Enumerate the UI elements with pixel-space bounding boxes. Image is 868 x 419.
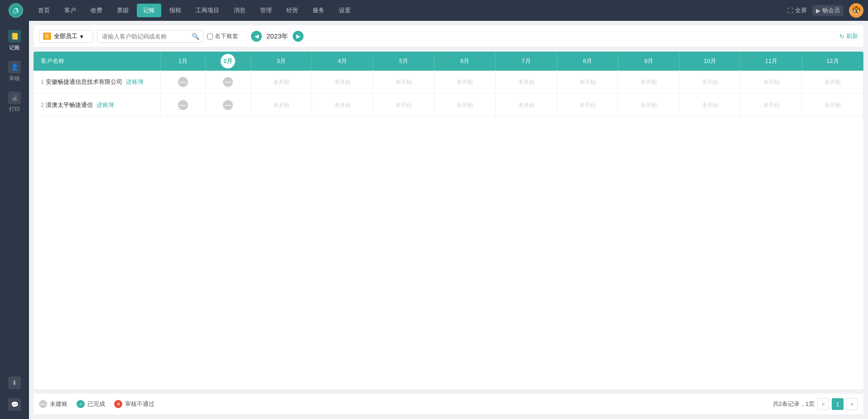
accounting-icon: 📒	[8, 30, 21, 43]
month-cell-12: 未开始	[802, 94, 863, 117]
col-header-mar: 3月	[251, 52, 312, 71]
active-month-circle: 2月	[221, 54, 235, 68]
status-not-started: 未开始	[579, 102, 596, 108]
table-row: 1安徽畅捷通信息技术有限公司进账簿——未开始未开始未开始未开始未开始未开始未开始…	[34, 71, 863, 94]
row-name-cell: 1安徽畅捷通信息技术有限公司进账簿	[34, 71, 160, 94]
sidebar-bottom: ⬇ 💬	[8, 373, 21, 419]
month-cell-8: 未开始	[557, 94, 618, 117]
nav-home[interactable]: 首页	[32, 4, 56, 17]
month-cell-6: 未开始	[434, 71, 496, 94]
checkbox-text: 名下账套	[215, 32, 238, 40]
year-label: 2023年	[266, 32, 288, 41]
month-cell-10: 未开始	[680, 71, 741, 94]
next-year-button[interactable]: ▶	[293, 31, 304, 42]
nav-customer[interactable]: 客户	[58, 4, 82, 17]
sidebar-item-accounting[interactable]: 📒 记账	[0, 25, 29, 56]
nav-service[interactable]: 服务	[306, 4, 331, 17]
current-page: 1	[832, 398, 844, 410]
enter-ledger-link[interactable]: 进账簿	[126, 78, 144, 85]
status-dash-icon: —	[223, 77, 233, 87]
top-nav-right: ⛶ 全屏 ▶ 畅会员 🐯	[787, 3, 863, 18]
print-icon: 🖨	[8, 92, 21, 104]
vip-icon: ▶	[816, 7, 820, 14]
search-button[interactable]: 🔍	[188, 30, 203, 42]
status-dash-icon: —	[178, 100, 188, 110]
nav-settings[interactable]: 设置	[333, 4, 357, 17]
fullscreen-button[interactable]: ⛶ 全屏	[787, 6, 807, 14]
legend-completed-label: 已完成	[87, 400, 105, 408]
enter-ledger-link[interactable]: 进账簿	[96, 101, 114, 108]
vip-label: 畅会员	[822, 6, 840, 14]
nav-tax[interactable]: 报税	[163, 4, 188, 17]
month-cell-4: 未开始	[312, 71, 373, 94]
col-header-name: 客户名称	[34, 52, 160, 71]
vip-button[interactable]: ▶ 畅会员	[812, 5, 844, 16]
sidebar-item-review[interactable]: 👤 审核	[0, 56, 29, 87]
user-avatar[interactable]: 🐯	[849, 3, 863, 18]
employee-label: 全部员工	[54, 32, 77, 40]
nav-ticket[interactable]: 票据	[111, 4, 135, 17]
status-not-started: 未开始	[579, 79, 596, 85]
sidebar-item-print[interactable]: 🖨 打印	[0, 87, 29, 118]
data-table: 客户名称 1月 2月 3月 4月 5月 6月 7月	[34, 52, 863, 117]
nav-management[interactable]: 管理	[254, 4, 278, 17]
legend-green-dot: ✓	[77, 400, 85, 408]
status-not-started: 未开始	[825, 102, 841, 108]
row-name-cell: 2漠澳太平畅捷通信进账簿	[34, 94, 160, 117]
sidebar-label-accounting: 记账	[9, 44, 20, 52]
status-not-started: 未开始	[334, 102, 351, 108]
nav-fee[interactable]: 收费	[84, 4, 109, 17]
total-records: 共2条记录，1页	[773, 400, 815, 408]
status-not-started: 未开始	[273, 79, 289, 85]
month-cell-7: 未开始	[496, 94, 557, 117]
prev-year-button[interactable]: ◀	[251, 31, 262, 42]
content-area: 全 全部员工 ▾ 🔍 名下账套 ◀ 2023年 ▶ ↻ 刷新	[29, 21, 868, 419]
employee-select[interactable]: 全 全部员工 ▾	[39, 30, 93, 43]
status-not-started: 未开始	[334, 79, 351, 85]
col-header-sep: 9月	[618, 52, 679, 71]
next-page-button[interactable]: ＞	[846, 398, 858, 410]
refresh-icon: ↻	[839, 33, 844, 40]
row-number: 1	[41, 78, 44, 85]
month-cell-4: 未开始	[312, 94, 373, 117]
month-cell-6: 未开始	[434, 94, 496, 117]
search-input[interactable]	[97, 31, 188, 42]
footer: — 未建账 ✓ 已完成 ✕ 审核不通过 共2条记录，1页 ＜ 1 ＞	[34, 393, 863, 414]
legend-red-dot: ✕	[114, 400, 122, 408]
refresh-button[interactable]: ↻ 刷新	[839, 32, 858, 40]
status-not-started: 未开始	[518, 102, 535, 108]
col-header-jan: 1月	[160, 52, 206, 71]
dropdown-icon: ▾	[80, 33, 83, 40]
legend: — 未建账 ✓ 已完成 ✕ 审核不通过	[39, 400, 773, 408]
year-nav: ◀ 2023年 ▶	[251, 31, 304, 42]
table-row: 2漠澳太平畅捷通信进账簿——未开始未开始未开始未开始未开始未开始未开始未开始未开…	[34, 94, 863, 117]
sidebar-download[interactable]: ⬇	[8, 373, 21, 393]
nav-operation[interactable]: 经营	[280, 4, 304, 17]
fullscreen-icon: ⛶	[787, 7, 793, 14]
logo	[5, 3, 27, 18]
prev-page-button[interactable]: ＜	[817, 398, 829, 410]
month-cell-1: —	[160, 94, 206, 117]
refresh-label: 刷新	[846, 32, 858, 40]
sidebar-label-print: 打印	[9, 106, 20, 113]
nav-accounting[interactable]: 记账	[137, 4, 161, 17]
company-name: 漠澳太平畅捷通信	[46, 101, 93, 108]
sidebar-chat[interactable]: 💬	[8, 395, 21, 414]
table-scroll: 客户名称 1月 2月 3月 4月 5月 6月 7月	[34, 52, 863, 390]
status-not-started: 未开始	[825, 79, 841, 85]
status-not-started: 未开始	[395, 79, 412, 85]
col-header-dec: 12月	[802, 52, 863, 71]
status-not-started: 未开始	[763, 79, 780, 85]
subordinate-checkbox[interactable]	[207, 34, 213, 39]
col-header-oct: 10月	[680, 52, 741, 71]
nav-message[interactable]: 消息	[227, 4, 252, 17]
search-input-wrap: 🔍	[97, 30, 203, 43]
pagination: 共2条记录，1页 ＜ 1 ＞	[773, 398, 858, 410]
col-header-aug: 8月	[557, 52, 618, 71]
month-cell-11: 未开始	[741, 94, 802, 117]
subordinate-checkbox-label[interactable]: 名下账套	[207, 32, 238, 40]
logo-icon	[9, 3, 23, 18]
company-name: 安徽畅捷通信息技术有限公司	[46, 78, 122, 85]
nav-business[interactable]: 工商项目	[189, 4, 226, 17]
month-cell-10: 未开始	[680, 94, 741, 117]
